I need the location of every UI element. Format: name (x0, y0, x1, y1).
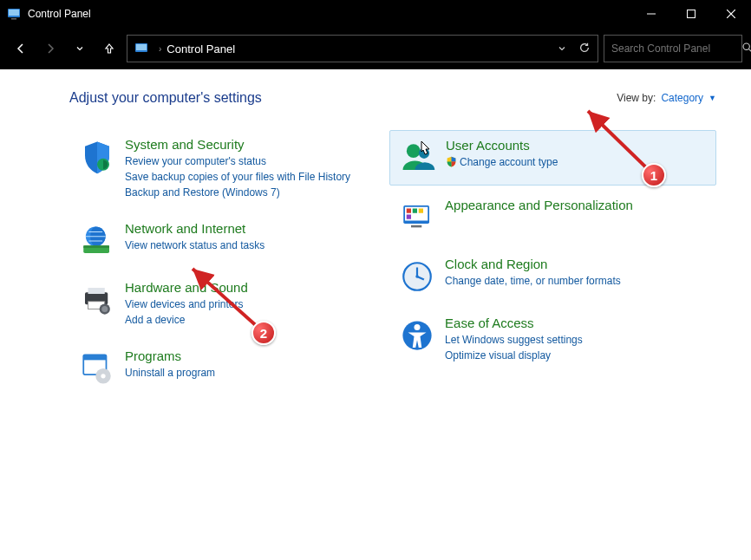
svg-rect-29 (413, 209, 417, 213)
svg-point-24 (407, 144, 421, 158)
left-column: System and Security Review your computer… (69, 130, 381, 400)
accessibility-icon (396, 316, 438, 363)
svg-point-9 (743, 43, 749, 49)
category-title[interactable]: Programs (125, 348, 370, 363)
printer-icon (76, 280, 118, 328)
category-title[interactable]: Ease of Access (445, 316, 706, 330)
category-link[interactable]: Change account type (446, 154, 705, 170)
svg-point-36 (415, 275, 419, 278)
back-button[interactable] (9, 36, 33, 61)
svg-point-19 (101, 306, 108, 312)
view-by-control[interactable]: View by: Category ▼ (617, 92, 716, 104)
svg-rect-8 (136, 44, 147, 50)
svg-rect-14 (83, 245, 109, 248)
svg-point-38 (415, 324, 421, 330)
titlebar: Control Panel (0, 0, 751, 28)
category-link[interactable]: View devices and printers (125, 296, 370, 312)
breadcrumb[interactable]: Control Panel (167, 42, 235, 55)
svg-point-25 (419, 148, 429, 159)
chevron-right-icon: › (159, 44, 161, 54)
category-link[interactable]: Uninstall a program (125, 365, 370, 381)
appearance-icon (396, 198, 438, 236)
category-ease-of-access[interactable]: Ease of Access Let Windows suggest setti… (389, 309, 716, 372)
category-link[interactable]: Add a device (125, 312, 370, 328)
close-button[interactable] (711, 0, 751, 28)
category-link[interactable]: Save backup copies of your files with Fi… (125, 169, 370, 185)
svg-rect-21 (83, 355, 106, 360)
recent-dropdown-button[interactable] (68, 36, 92, 61)
view-by-label: View by: (617, 92, 656, 104)
search-icon[interactable] (741, 42, 751, 55)
category-title[interactable]: Clock and Region (445, 257, 706, 271)
category-appearance-personalization[interactable]: Appearance and Personalization (389, 191, 716, 244)
control-panel-icon (7, 7, 21, 21)
svg-rect-4 (688, 10, 695, 18)
category-clock-region[interactable]: Clock and Region Change date, time, or n… (389, 250, 716, 303)
search-input[interactable] (611, 42, 741, 55)
svg-rect-16 (88, 288, 105, 294)
programs-icon (76, 348, 118, 387)
category-link[interactable]: Backup and Restore (Windows 7) (125, 185, 370, 200)
maximize-button[interactable] (671, 0, 711, 28)
up-button[interactable] (97, 36, 121, 61)
svg-rect-2 (11, 18, 16, 20)
address-bar[interactable]: › Control Panel (127, 35, 598, 62)
control-panel-icon (134, 42, 148, 55)
minimize-button[interactable] (631, 0, 671, 28)
category-title[interactable]: Appearance and Personalization (445, 198, 706, 212)
svg-point-23 (101, 374, 105, 378)
user-accounts-icon (397, 138, 439, 176)
category-link[interactable]: Optimize visual display (445, 348, 706, 363)
category-link[interactable]: Review your computer's status (125, 153, 370, 169)
svg-rect-28 (407, 209, 411, 213)
search-bar[interactable] (604, 35, 742, 62)
category-hardware-sound[interactable]: Hardware and Sound View devices and prin… (69, 273, 381, 336)
forward-button[interactable] (38, 36, 62, 61)
page-heading: Adjust your computer's settings (69, 90, 617, 106)
annotation-badge-1: 1 (642, 163, 666, 187)
category-user-accounts[interactable]: User Accounts Change account type (389, 130, 716, 186)
category-title[interactable]: User Accounts (446, 138, 705, 153)
svg-rect-32 (411, 225, 421, 228)
annotation-badge-2: 2 (251, 321, 276, 345)
clock-icon (396, 257, 438, 295)
svg-rect-30 (419, 209, 423, 213)
uac-shield-icon (446, 156, 457, 167)
shield-icon (76, 137, 118, 200)
window-title: Control Panel (28, 8, 91, 20)
category-link[interactable]: Let Windows suggest settings (445, 332, 706, 348)
chevron-down-icon: ▼ (709, 94, 716, 102)
category-programs[interactable]: Programs Uninstall a program (69, 342, 381, 395)
view-by-value[interactable]: Category (661, 92, 703, 104)
category-link[interactable]: Change date, time, or number formats (445, 273, 706, 289)
category-title[interactable]: Network and Internet (125, 221, 370, 236)
category-network-internet[interactable]: Network and Internet View network status… (69, 214, 381, 268)
address-dropdown-icon[interactable] (558, 42, 566, 55)
svg-rect-31 (407, 215, 411, 219)
svg-rect-1 (9, 10, 19, 16)
category-system-security[interactable]: System and Security Review your computer… (69, 130, 381, 209)
right-column: User Accounts Change account type (389, 130, 716, 400)
globe-icon (76, 221, 118, 259)
refresh-button[interactable] (578, 42, 591, 56)
category-title[interactable]: System and Security (125, 137, 370, 152)
content-area: Adjust your computer's settings View by:… (0, 69, 751, 560)
category-title[interactable]: Hardware and Sound (125, 280, 370, 295)
navbar: › Control Panel (0, 28, 751, 69)
category-link[interactable]: View network status and tasks (125, 238, 370, 253)
